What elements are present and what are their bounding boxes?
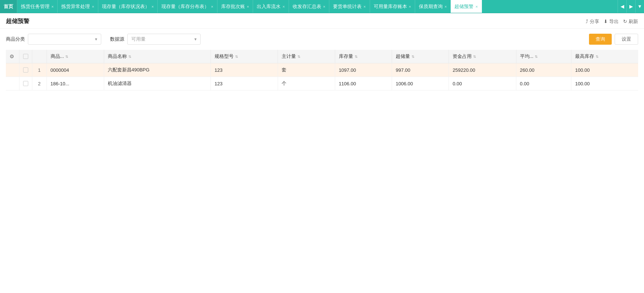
page-content: 超储预警 ⤴ 分享 ⬇ 导出 ↻ 刷新 商品分类 ▾ 数据源	[0, 13, 644, 293]
nav-inventory-dist-label: 现存量（库存分布表）	[161, 3, 209, 10]
nav-order-stat-close[interactable]: ×	[363, 4, 366, 9]
nav-abnormal-label: 拣货异常处理	[61, 3, 90, 10]
col-header-overstock[interactable]: 超储量 ⇅	[392, 50, 449, 63]
col-header-gear: ⚙	[6, 50, 19, 63]
row-product-code: 186-10...	[47, 77, 104, 90]
nav-arrow-right[interactable]: ▶	[626, 0, 635, 13]
row-overstock: 1006.00	[392, 77, 449, 90]
sort-icon-spec: ⇅	[235, 55, 238, 59]
nav-item-abnormal[interactable]: 拣货异常处理 ×	[58, 0, 98, 13]
row-avg: 0.00	[516, 77, 571, 90]
nav-inout-label: 出入库流水	[257, 3, 281, 10]
filter-area: 商品分类 ▾ 数据源 可用量 ▾ 查询 设置	[0, 29, 644, 50]
row-unit: 个	[278, 77, 335, 90]
nav-item-summary[interactable]: 收发存汇总表 ×	[289, 0, 329, 13]
nav-item-task[interactable]: 拣货任务管理 ×	[17, 0, 58, 13]
row-checkbox[interactable]	[23, 67, 28, 73]
category-filter-group: 商品分类 ▾	[6, 34, 101, 45]
share-icon: ⤴	[586, 19, 588, 24]
row-gear-cell	[6, 63, 19, 77]
row-gear-cell	[6, 77, 19, 90]
filter-actions: 查询 设置	[589, 34, 638, 45]
export-button[interactable]: ⬇ 导出	[604, 18, 619, 25]
share-button[interactable]: ⤴ 分享	[586, 18, 599, 25]
category-select[interactable]: ▾	[28, 34, 101, 45]
nav-item-inventory-status[interactable]: 现存量（库存状况表） ×	[98, 0, 158, 13]
sort-icon-unit: ⇅	[297, 55, 300, 59]
query-button[interactable]: 查询	[589, 34, 612, 45]
col-header-max-stock[interactable]: 最高库存 ⇅	[571, 50, 638, 63]
row-max-stock: 100.00	[571, 77, 638, 90]
nav-item-batch[interactable]: 库存批次账 ×	[217, 0, 253, 13]
page-title: 超储预警	[6, 18, 29, 25]
datasource-select-text: 可用量	[131, 36, 146, 42]
table-container: ⚙ 商品... ⇅	[0, 50, 644, 90]
nav-item-expiry[interactable]: 保质期查询 ×	[415, 0, 451, 13]
page-header: 超储预警 ⤴ 分享 ⬇ 导出 ↻ 刷新	[0, 13, 644, 29]
nav-inventory-dist-close[interactable]: ×	[211, 4, 213, 9]
nav-overstock-label: 超储预警	[454, 3, 473, 10]
nav-arrow-left[interactable]: ◀	[618, 0, 626, 13]
nav-bar: 首页 拣货任务管理 × 拣货异常处理 × 现存量（库存状况表） × 现存量（库存…	[0, 0, 644, 13]
nav-abnormal-close[interactable]: ×	[92, 4, 94, 9]
nav-task-close[interactable]: ×	[51, 4, 54, 9]
nav-inventory-status-close[interactable]: ×	[151, 4, 154, 9]
nav-batch-close[interactable]: ×	[247, 4, 249, 9]
row-checkbox-cell	[19, 77, 32, 90]
share-label: 分享	[590, 18, 599, 25]
row-unit: 套	[278, 63, 335, 77]
col-header-capital[interactable]: 资金占用 ⇅	[449, 50, 516, 63]
nav-item-avail-ledger[interactable]: 可用量库存账本 ×	[370, 0, 415, 13]
table-row: 1 0000004 六配套新昌490BPG 123 套 1097.00 997.…	[6, 63, 638, 77]
col-header-unit[interactable]: 主计量 ⇅	[278, 50, 335, 63]
table-header-row: ⚙ 商品... ⇅	[6, 50, 638, 63]
refresh-icon: ↻	[623, 19, 627, 24]
nav-task-label: 拣货任务管理	[21, 3, 50, 10]
col-header-spec[interactable]: 规格型号 ⇅	[211, 50, 278, 63]
nav-overstock-close[interactable]: ×	[475, 4, 477, 9]
nav-item-order-stat[interactable]: 要货单统计表 ×	[329, 0, 370, 13]
nav-inout-close[interactable]: ×	[282, 4, 285, 9]
row-product-name: 六配套新昌490BPG	[104, 63, 211, 77]
datasource-filter-label: 数据源	[110, 36, 124, 42]
nav-avail-ledger-label: 可用量库存账本	[374, 3, 407, 10]
sort-icon-avg: ⇅	[535, 55, 538, 59]
row-checkbox-cell	[19, 63, 32, 77]
nav-home-label: 首页	[4, 3, 13, 10]
refresh-label: 刷新	[629, 18, 638, 25]
col-header-product-code[interactable]: 商品... ⇅	[47, 50, 104, 63]
datasource-chevron-down-icon: ▾	[194, 37, 197, 42]
data-table: ⚙ 商品... ⇅	[6, 50, 638, 90]
settings-button[interactable]: 设置	[615, 34, 638, 45]
datasource-select[interactable]: 可用量 ▾	[127, 34, 201, 45]
nav-item-inout[interactable]: 出入库流水 ×	[253, 0, 289, 13]
sort-icon-product-code: ⇅	[65, 55, 68, 59]
sort-icon-max-stock: ⇅	[596, 55, 599, 59]
nav-avail-ledger-close[interactable]: ×	[409, 4, 411, 9]
row-max-stock: 100.00	[571, 63, 638, 77]
nav-item-inventory-dist[interactable]: 现存量（库存分布表） ×	[158, 0, 217, 13]
sort-icon-product-name: ⇅	[128, 55, 131, 59]
nav-order-stat-label: 要货单统计表	[333, 3, 362, 10]
sort-icon-capital: ⇅	[473, 55, 476, 59]
row-stock: 1106.00	[335, 77, 392, 90]
col-header-product-name[interactable]: 商品名称 ⇅	[104, 50, 211, 63]
nav-expiry-close[interactable]: ×	[444, 4, 447, 9]
col-header-avg[interactable]: 平均... ⇅	[516, 50, 571, 63]
row-index: 2	[32, 77, 47, 90]
row-product-name: 机油滤清器	[104, 77, 211, 90]
sort-icon-overstock: ⇅	[411, 55, 414, 59]
row-spec: 123	[211, 63, 278, 77]
header-checkbox[interactable]	[23, 54, 28, 59]
gear-icon[interactable]: ⚙	[10, 53, 14, 59]
nav-arrows: ◀ ▶ ▼	[618, 0, 644, 13]
nav-summary-close[interactable]: ×	[323, 4, 325, 9]
row-capital: 0.00	[449, 77, 516, 90]
row-checkbox[interactable]	[23, 81, 28, 86]
refresh-button[interactable]: ↻ 刷新	[623, 18, 638, 25]
nav-expiry-label: 保质期查询	[419, 3, 443, 10]
nav-item-overstock[interactable]: 超储预警 ×	[451, 0, 482, 13]
nav-item-home[interactable]: 首页	[0, 0, 17, 13]
nav-arrow-more[interactable]: ▼	[635, 0, 644, 13]
col-header-stock[interactable]: 库存量 ⇅	[335, 50, 392, 63]
